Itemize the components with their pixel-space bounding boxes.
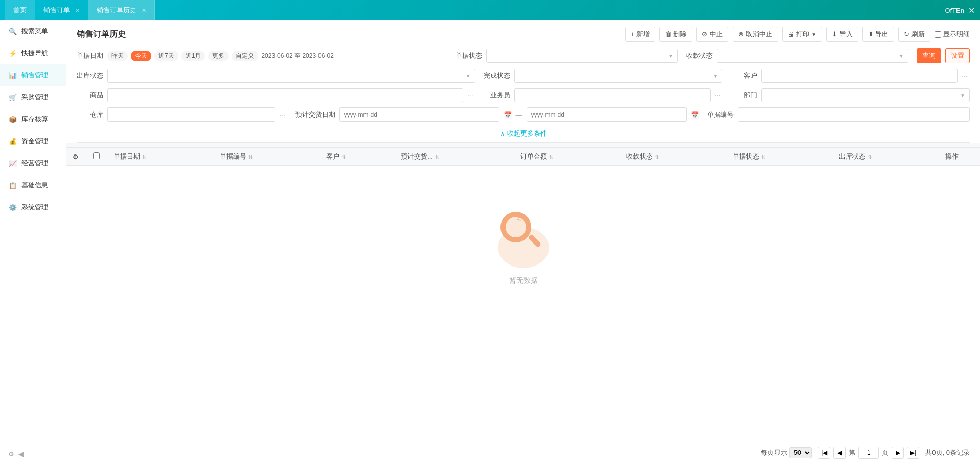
tab-sales-order-close[interactable]: ✕ (75, 7, 80, 14)
sidebar-item-sys-mgmt[interactable]: ⚙️ 系统管理 (0, 196, 66, 218)
tab-sales-order-history-close[interactable]: ✕ (142, 7, 146, 14)
display-detail-checkbox[interactable] (935, 31, 941, 38)
th-date-sort-icon[interactable]: ⇅ (142, 154, 146, 160)
th-no-sort-icon[interactable]: ⇅ (248, 154, 253, 160)
calendar-from-icon[interactable]: 📅 (504, 111, 512, 119)
collapse-button[interactable]: ∧ 收起更多条件 (500, 129, 547, 138)
refresh-button[interactable]: ↻ 刷新 (898, 27, 930, 42)
th-customer[interactable]: 客户 ⇅ (320, 148, 395, 166)
date-separator: — (516, 111, 522, 119)
receipt-status-select[interactable]: ▼ (717, 49, 908, 63)
page-title-row: 销售订单历史 + 新增 🗑 删除 ⊘ 中止 ⊗ 取消中止 🖨 (77, 27, 970, 42)
sidebar-item-inventory-label: 库存核算 (21, 115, 48, 124)
th-outbound-status-sort-icon[interactable]: ⇅ (868, 154, 872, 160)
th-amount-sort-icon[interactable]: ⇅ (549, 154, 553, 160)
th-delivery-date-sort-icon[interactable]: ⇅ (435, 154, 439, 160)
th-checkbox[interactable] (87, 148, 107, 166)
order-no-input[interactable] (738, 107, 970, 122)
table-settings-icon[interactable]: ⚙ (73, 153, 79, 161)
delivery-date-from[interactable] (339, 107, 499, 122)
tab-home[interactable]: 首页 (5, 0, 35, 20)
date-badge-7days[interactable]: 近7天 (154, 51, 178, 61)
query-button[interactable]: 查询 (917, 48, 941, 63)
print-dropdown-icon[interactable]: ▼ (811, 32, 816, 37)
th-amount[interactable]: 订单金额 ⇅ (514, 148, 621, 166)
th-outbound-status-label: 出库状态 (839, 152, 865, 161)
th-order-status[interactable]: 单据状态 ⇅ (726, 148, 833, 166)
th-settings[interactable]: ⚙ (66, 148, 87, 166)
outbound-status-select[interactable]: ▼ (107, 69, 475, 83)
date-badge-more[interactable]: 更多 (208, 51, 229, 61)
calendar-to-icon[interactable]: 📅 (691, 111, 699, 119)
th-receipt-status[interactable]: 收款状态 ⇅ (620, 148, 726, 166)
select-all-checkbox[interactable] (93, 152, 100, 159)
filter-order-status-label: 单据状态 (455, 51, 482, 60)
complete-status-select[interactable]: ▼ (514, 69, 723, 83)
delivery-date-to[interactable] (527, 107, 687, 122)
th-date[interactable]: 单据日期 ⇅ (107, 148, 214, 166)
sidebar-collapse-icon[interactable]: ◀ (18, 450, 24, 458)
date-badge-1month[interactable]: 近1月 (181, 51, 206, 61)
sidebar-item-search-menu[interactable]: 🔍 搜索菜单 (0, 20, 66, 42)
print-button[interactable]: 🖨 打印 ▼ (782, 27, 823, 42)
table-container: ⚙ 单据日期 ⇅ 单据编号 (66, 147, 980, 441)
cancel-stop-button[interactable]: ⊗ 取消中止 (733, 27, 778, 42)
filter-customer-label: 客户 (731, 71, 757, 80)
customer-input[interactable] (761, 69, 958, 83)
th-receipt-status-sort-icon[interactable]: ⇅ (655, 154, 659, 160)
setting-button[interactable]: 设置 (945, 48, 970, 63)
tab-sales-order-history[interactable]: 销售订单历史 ✕ (88, 0, 155, 20)
goods-ellipsis[interactable]: ··· (465, 91, 475, 99)
sidebar-item-inventory[interactable]: 📦 库存核算 (0, 108, 66, 130)
sidebar-item-basic-info[interactable]: 📋 基础信息 (0, 174, 66, 196)
prev-page-button[interactable]: ◀ (833, 447, 846, 459)
dept-select[interactable]: ▼ (761, 88, 970, 102)
sidebar-item-quick-nav[interactable]: ⚡ 快捷导航 (0, 42, 66, 64)
customer-control: ··· (761, 69, 970, 83)
warehouse-ellipsis[interactable]: ··· (277, 111, 287, 119)
last-page-button[interactable]: ▶| (907, 447, 919, 459)
new-button[interactable]: + 新增 (625, 27, 655, 42)
operations-icon: 📈 (8, 159, 17, 168)
goods-control: ··· (107, 88, 475, 102)
date-badge-custom[interactable]: 自定义 (232, 51, 258, 61)
next-page-button[interactable]: ▶ (892, 447, 904, 459)
warehouse-input[interactable] (107, 107, 275, 122)
filter-order-no-item: 单据编号 (707, 107, 970, 122)
sidebar-item-sales-mgmt-label: 销售管理 (21, 71, 48, 80)
tab-sales-order[interactable]: 销售订单 ✕ (35, 0, 88, 20)
th-outbound-status[interactable]: 出库状态 ⇅ (833, 148, 939, 166)
first-page-button[interactable]: |◀ (818, 447, 830, 459)
tab-sales-order-label: 销售订单 (43, 6, 70, 15)
query-button-label: 查询 (922, 51, 936, 60)
sidebar-item-operations[interactable]: 📈 经营管理 (0, 152, 66, 174)
page-size-dropdown[interactable]: 50 (789, 447, 812, 458)
delete-button-label: 🗑 删除 (665, 30, 687, 39)
order-status-select[interactable]: ▼ (486, 49, 678, 63)
date-range-text: 2023-06-02 至 2023-06-02 (261, 52, 333, 60)
th-delivery-date-label: 预计交货... (401, 152, 433, 161)
filter-complete-status-item: 完成状态 ▼ (484, 69, 723, 83)
page-number-input[interactable] (858, 447, 879, 459)
page-size-label: 每页显示 (761, 448, 787, 457)
export-button[interactable]: ⬆ 导出 (862, 27, 895, 42)
date-badge-yesterday[interactable]: 昨天 (107, 51, 128, 61)
date-badge-today[interactable]: 今天 (131, 51, 151, 61)
goods-input[interactable] (107, 88, 463, 102)
salesperson-ellipsis[interactable]: ··· (713, 91, 723, 99)
sidebar-item-sales-mgmt[interactable]: 📊 销售管理 (0, 64, 66, 86)
th-delivery-date[interactable]: 预计交货... ⇅ (395, 148, 514, 166)
window-close-button[interactable]: ✕ (968, 6, 975, 15)
sidebar-item-finance[interactable]: 💰 资金管理 (0, 130, 66, 152)
import-button[interactable]: ⬇ 导入 (826, 27, 858, 42)
salesperson-input[interactable] (514, 88, 711, 102)
th-no[interactable]: 单据编号 ⇅ (214, 148, 320, 166)
stop-button[interactable]: ⊘ 中止 (696, 27, 728, 42)
collapse-up-icon: ∧ (500, 130, 505, 138)
delete-button[interactable]: 🗑 删除 (659, 27, 693, 42)
th-customer-sort-icon[interactable]: ⇅ (341, 154, 346, 160)
sidebar-item-purchase-mgmt[interactable]: 🛒 采购管理 (0, 86, 66, 108)
customer-ellipsis[interactable]: ··· (960, 72, 970, 80)
th-order-status-sort-icon[interactable]: ⇅ (761, 154, 765, 160)
sidebar-settings-icon[interactable]: ⚙ (8, 450, 14, 458)
